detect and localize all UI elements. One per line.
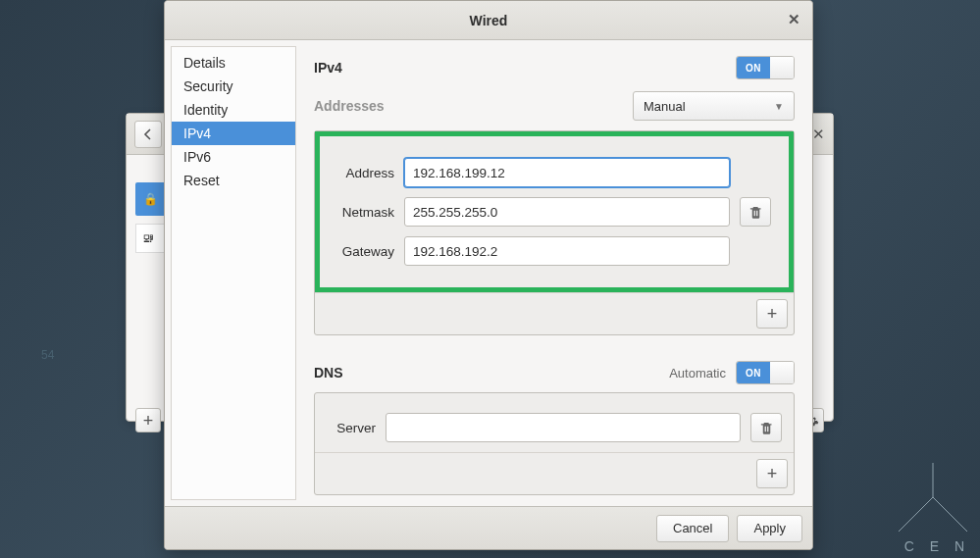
back-button[interactable]: [134, 121, 162, 148]
brand-text: C E N: [904, 538, 970, 554]
dns-automatic-toggle[interactable]: ON: [736, 361, 795, 384]
sidebar-item-ipv4[interactable]: IPv4: [172, 122, 295, 145]
toggle-knob: [770, 57, 794, 78]
plus-icon: +: [767, 305, 778, 323]
gateway-label: Gateway: [330, 244, 394, 259]
trash-icon: [759, 421, 774, 435]
add-address-button[interactable]: +: [756, 299, 788, 329]
sidebar-item-security[interactable]: Security: [172, 75, 295, 98]
netmask-input[interactable]: [404, 197, 730, 227]
wired-settings-dialog: Wired ✕ Details Security Identity IPv4 I…: [164, 0, 813, 550]
lock-icon: 🔒: [143, 192, 158, 206]
dns-heading: DNS: [314, 365, 343, 380]
dns-automatic-label: Automatic: [669, 366, 726, 380]
plus-icon: +: [767, 465, 778, 482]
toggle-knob: [770, 362, 794, 383]
add-dns-button[interactable]: +: [756, 459, 788, 488]
toggle-on-label: ON: [737, 362, 770, 383]
dropdown-selected-value: Manual: [644, 99, 686, 114]
settings-sidebar: Details Security Identity IPv4 IPv6 Rese…: [171, 46, 296, 500]
chevron-down-icon: ▼: [774, 101, 784, 112]
addresses-panel: Address Netmask Gateway: [314, 130, 795, 335]
dialog-title: Wired: [470, 13, 508, 28]
addresses-heading: Addresses: [314, 98, 385, 114]
toggle-on-label: ON: [737, 57, 770, 78]
add-connection-button[interactable]: +: [135, 408, 161, 432]
desktop-text: 54: [41, 348, 54, 362]
dns-server-input[interactable]: [386, 413, 741, 442]
delete-dns-button[interactable]: [750, 413, 782, 442]
delete-address-button[interactable]: [740, 197, 771, 227]
sidebar-item-reset[interactable]: Reset: [172, 169, 295, 192]
centos-logo-fragment: [894, 458, 972, 536]
dialog-titlebar: Wired ✕: [165, 1, 812, 40]
cancel-button[interactable]: Cancel: [656, 515, 729, 542]
sidebar-item-identity[interactable]: Identity: [172, 98, 295, 122]
trash-icon: [748, 205, 763, 220]
ipv4-settings-pane: IPv4 ON Addresses Manual ▼ Address: [296, 40, 812, 506]
dns-panel: Server +: [314, 392, 795, 495]
address-input[interactable]: [404, 158, 730, 187]
highlight-annotation: Address Netmask Gateway: [315, 131, 794, 292]
netmask-label: Netmask: [330, 205, 394, 220]
close-icon[interactable]: ✕: [788, 11, 800, 28]
dns-server-label: Server: [327, 421, 376, 435]
close-icon[interactable]: ✕: [812, 126, 825, 143]
address-label: Address: [330, 166, 394, 180]
sidebar-item-details[interactable]: Details: [172, 51, 295, 75]
gateway-input[interactable]: [404, 236, 730, 266]
addresses-method-dropdown[interactable]: Manual ▼: [633, 91, 795, 121]
ipv4-toggle[interactable]: ON: [736, 56, 795, 79]
apply-button[interactable]: Apply: [737, 515, 802, 542]
ipv4-heading: IPv4: [314, 60, 342, 76]
computer-icon: 🖳: [142, 231, 154, 245]
sidebar-item-ipv6[interactable]: IPv6: [172, 145, 295, 169]
dialog-footer: Cancel Apply: [165, 506, 812, 549]
